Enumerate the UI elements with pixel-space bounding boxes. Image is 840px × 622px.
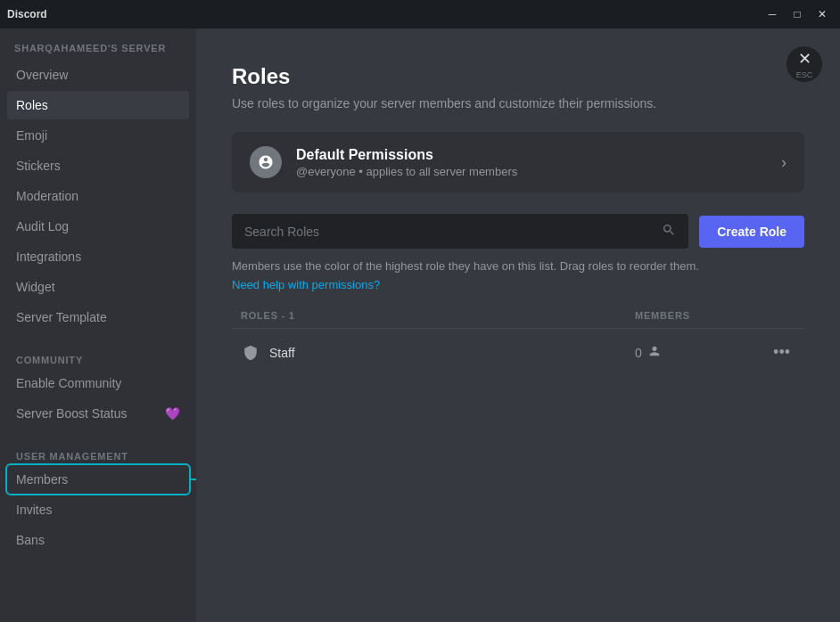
- table-row[interactable]: Staff 0 •••: [232, 332, 804, 372]
- search-box: [232, 214, 688, 249]
- close-button[interactable]: ✕ ESC: [786, 46, 822, 82]
- create-role-button[interactable]: Create Role: [699, 216, 804, 248]
- more-options-button[interactable]: •••: [768, 341, 795, 364]
- roles-table: ROLES - 1 MEMBERS Staff 0: [232, 310, 804, 372]
- title-bar: Discord ─ □ ✕: [0, 0, 840, 29]
- overview-label: Overview: [16, 68, 68, 82]
- permissions-info: Default Permissions @everyone • applies …: [296, 147, 781, 178]
- app-body: SHARQAHAMEED'S SERVER Overview Roles Emo…: [0, 29, 840, 622]
- role-name-col: Staff: [241, 343, 635, 363]
- sidebar-item-integrations[interactable]: Integrations: [7, 242, 189, 271]
- roles-column-name: ROLES - 1: [241, 310, 635, 321]
- roles-table-header: ROLES - 1 MEMBERS: [232, 310, 804, 329]
- member-count: 0: [635, 346, 642, 360]
- app-title: Discord: [7, 8, 47, 20]
- search-input[interactable]: [244, 225, 655, 239]
- search-create-row: Create Role: [232, 214, 804, 249]
- roles-column-members: MEMBERS: [635, 310, 760, 321]
- enable-community-label: Enable Community: [16, 376, 121, 390]
- chevron-right-icon: ›: [781, 153, 786, 172]
- invites-label: Invites: [16, 503, 52, 517]
- member-icon: [647, 344, 662, 361]
- sidebar-item-roles[interactable]: Roles: [7, 91, 189, 119]
- sidebar-item-widget[interactable]: Widget: [7, 273, 189, 301]
- permissions-icon: [250, 146, 282, 178]
- sidebar-item-overview[interactable]: Overview: [7, 61, 189, 89]
- sidebar-item-audit-log[interactable]: Audit Log: [7, 212, 189, 241]
- main-content: ✕ ESC Roles Use roles to organize your s…: [196, 29, 840, 622]
- sidebar: SHARQAHAMEED'S SERVER Overview Roles Emo…: [0, 29, 196, 622]
- close-window-button[interactable]: ✕: [811, 4, 833, 25]
- moderation-label: Moderation: [16, 189, 78, 203]
- permissions-title: Default Permissions: [296, 147, 781, 163]
- permissions-subtitle: @everyone • applies to all server member…: [296, 165, 781, 178]
- page-title: Roles: [232, 64, 804, 89]
- arrow-indicator: [189, 475, 196, 484]
- community-section-label: COMMUNITY: [7, 340, 189, 369]
- sidebar-item-enable-community[interactable]: Enable Community: [7, 369, 189, 397]
- default-permissions-card[interactable]: Default Permissions @everyone • applies …: [232, 132, 804, 192]
- sidebar-item-invites[interactable]: Invites: [7, 495, 189, 524]
- boost-icon: 💜: [165, 406, 180, 421]
- sidebar-item-server-template[interactable]: Server Template: [7, 303, 189, 331]
- role-actions-col: •••: [760, 341, 795, 364]
- sidebar-item-emoji[interactable]: Emoji: [7, 121, 189, 150]
- role-name: Staff: [269, 346, 295, 360]
- bans-label: Bans: [16, 533, 45, 547]
- audit-log-label: Audit Log: [16, 219, 69, 233]
- role-members-col: 0: [635, 344, 760, 361]
- sidebar-item-stickers[interactable]: Stickers: [7, 151, 189, 180]
- sidebar-item-server-boost-status[interactable]: Server Boost Status 💜: [7, 399, 189, 428]
- sidebar-item-moderation[interactable]: Moderation: [7, 182, 189, 210]
- maximize-button[interactable]: □: [786, 4, 808, 25]
- esc-label: ESC: [796, 70, 813, 79]
- members-label: Members: [16, 472, 68, 487]
- user-management-section-label: USER MANAGEMENT: [7, 437, 189, 465]
- sidebar-item-bans[interactable]: Bans: [7, 526, 189, 554]
- arrow-line: [189, 479, 196, 480]
- server-name: SHARQAHAMEED'S SERVER: [7, 43, 189, 53]
- emoji-label: Emoji: [16, 128, 47, 143]
- widget-label: Widget: [16, 280, 55, 294]
- server-template-label: Server Template: [16, 310, 107, 324]
- server-boost-label: Server Boost Status: [16, 406, 128, 421]
- help-link[interactable]: Need help with permissions?: [232, 278, 380, 291]
- roles-label: Roles: [16, 98, 48, 112]
- integrations-label: Integrations: [16, 250, 81, 264]
- window-controls: ─ □ ✕: [762, 4, 833, 25]
- shield-icon: [241, 343, 260, 363]
- help-text: Members use the color of the highest rol…: [232, 259, 804, 273]
- minimize-button[interactable]: ─: [762, 4, 783, 25]
- search-icon-button[interactable]: [662, 223, 676, 240]
- close-icon: ✕: [798, 49, 811, 69]
- stickers-label: Stickers: [16, 159, 61, 173]
- sidebar-item-members[interactable]: Members: [7, 465, 189, 494]
- roles-column-actions: [760, 310, 795, 321]
- page-subtitle: Use roles to organize your server member…: [232, 96, 804, 110]
